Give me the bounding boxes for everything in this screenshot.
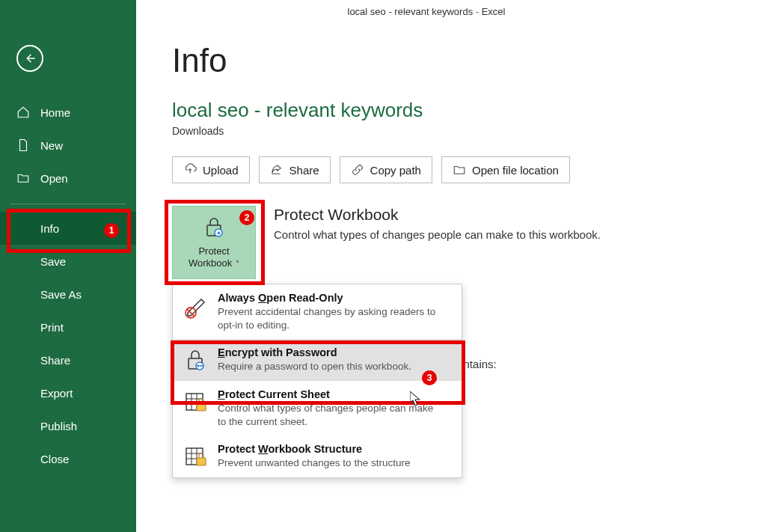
nav-new-label: New [40, 139, 63, 152]
menu-protect-sheet-desc: Control what types of changes people can… [218, 402, 442, 428]
menu-read-only-desc: Prevent accidental changes by asking rea… [218, 305, 442, 331]
nav-open[interactable]: Open [0, 162, 136, 195]
protect-workbook-icon [201, 216, 227, 242]
annotation-badge-1: 1 [104, 223, 119, 238]
nav-publish-label: Publish [40, 420, 77, 432]
file-name: local seo - relevant keywords [172, 99, 766, 122]
nav-home-label: Home [40, 106, 70, 119]
read-only-icon [182, 292, 210, 331]
protect-structure-icon [182, 443, 210, 470]
share-label: Share [289, 164, 319, 177]
title-app: Excel [482, 6, 506, 17]
info-heading: Info [172, 42, 766, 79]
nav-open-label: Open [40, 172, 68, 185]
action-row: Upload Share Copy path Open file locatio… [172, 156, 766, 183]
open-location-label: Open file location [472, 164, 559, 177]
home-icon [16, 106, 30, 119]
svg-rect-9 [197, 458, 206, 465]
nav-share[interactable]: Share [0, 343, 136, 376]
nav-close[interactable]: Close [0, 442, 136, 475]
nav-save-label: Save [40, 255, 66, 268]
menu-encrypt[interactable]: Encrypt with Password Require a password… [173, 339, 462, 381]
nav-print-label: Print [40, 321, 64, 334]
nav-export-label: Export [40, 387, 73, 400]
copy-path-label: Copy path [370, 164, 421, 177]
nav-save[interactable]: Save [0, 245, 136, 278]
nav-info-label: Info [40, 222, 59, 235]
upload-icon [183, 163, 197, 177]
nav-new[interactable]: New [0, 129, 136, 162]
nav-divider [10, 204, 126, 204]
protect-section-title: Protect Workbook [274, 206, 601, 224]
share-button[interactable]: Share [259, 156, 331, 183]
upload-label: Upload [203, 164, 239, 177]
upload-button[interactable]: Upload [172, 156, 250, 183]
protect-card-line1: Protect [198, 245, 229, 257]
title-bar: local seo - relevant keywords - Excel [172, 6, 681, 17]
nav-share-label: Share [40, 354, 70, 367]
protect-sheet-icon [182, 388, 210, 428]
nav-print[interactable]: Print [0, 311, 136, 343]
svg-point-5 [197, 364, 199, 367]
open-folder-icon [16, 171, 30, 185]
protect-card-line2: Workbook [189, 257, 232, 269]
share-icon [270, 163, 284, 177]
annotation-badge-3: 3 [422, 370, 437, 385]
menu-encrypt-title: Encrypt with Password [218, 346, 411, 358]
nav-save-as-label: Save As [40, 288, 82, 301]
open-location-button[interactable]: Open file location [441, 156, 570, 183]
folder-icon [453, 163, 466, 177]
back-button[interactable] [16, 45, 43, 72]
menu-protect-structure-title: Protect Workbook Structure [218, 443, 410, 455]
protect-section-desc: Control what types of changes people can… [274, 228, 601, 241]
menu-read-only[interactable]: Always Open Read-Only Prevent accidental… [173, 284, 462, 339]
protect-workbook-menu: Always Open Read-Only Prevent accidental… [172, 284, 462, 478]
menu-protect-structure-desc: Prevent unwanted changes to the structur… [218, 456, 410, 470]
menu-protect-sheet[interactable]: Protect Current Sheet Control what types… [173, 381, 462, 435]
copy-path-button[interactable]: Copy path [340, 156, 432, 183]
mouse-cursor-icon [410, 391, 420, 406]
nav-home[interactable]: Home [0, 96, 136, 129]
back-arrow-icon [23, 52, 37, 65]
menu-encrypt-desc: Require a password to open this workbook… [218, 360, 411, 373]
menu-protect-structure[interactable]: Protect Workbook Structure Prevent unwan… [173, 435, 462, 477]
new-file-icon [16, 138, 30, 152]
copy-path-icon [351, 163, 364, 177]
folder-path[interactable]: Downloads [172, 125, 766, 137]
backstage-sidebar: Home New Open Info Save Save As Print Sh… [0, 0, 136, 532]
title-sep: - [473, 6, 482, 17]
nav-save-as[interactable]: Save As [0, 278, 136, 311]
menu-read-only-title: Always Open Read-Only [218, 292, 442, 304]
chevron-down-icon: ˅ [233, 260, 239, 268]
annotation-badge-2: 2 [239, 210, 254, 225]
nav-publish[interactable]: Publish [0, 409, 136, 442]
nav-close-label: Close [40, 453, 69, 465]
svg-rect-7 [197, 403, 206, 411]
info-pane: local seo - relevant keywords - Excel In… [136, 0, 766, 532]
title-doc: local seo - relevant keywords [348, 6, 474, 17]
nav-export[interactable]: Export [0, 376, 136, 409]
encrypt-icon [182, 346, 210, 373]
menu-protect-sheet-title: Protect Current Sheet [218, 388, 442, 400]
